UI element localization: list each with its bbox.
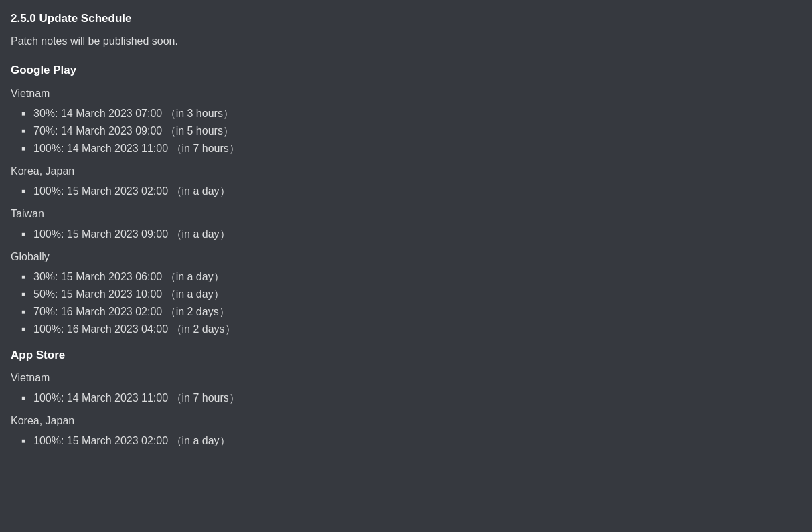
platform-title-1: App Store [11,347,801,363]
region-title-1-0: Vietnam [11,371,801,385]
platform-section-0: Google PlayVietnam30%: 14 March 2023 07:… [11,62,801,336]
schedule-item: 30%: 15 March 2023 06:00 （in a day） [11,270,801,284]
schedule-item: 70%: 16 March 2023 02:00 （in 2 days） [11,304,801,319]
schedule-item: 100%: 16 March 2023 04:00 （in 2 days） [11,322,801,337]
schedule-item: 100%: 15 March 2023 09:00 （in a day） [11,227,801,242]
schedule-list-0-1: 100%: 15 March 2023 02:00 （in a day） [11,184,801,199]
schedule-item: 70%: 14 March 2023 09:00 （in 5 hours） [11,124,801,139]
schedule-list-0-0: 30%: 14 March 2023 07:00 （in 3 hours）70%… [11,106,801,156]
region-title-0-3: Globally [11,250,801,264]
page-title: 2.5.0 Update Schedule [11,11,801,26]
region-title-0-1: Korea, Japan [11,164,801,179]
schedule-list-1-0: 100%: 14 March 2023 11:00 （in 7 hours） [11,391,801,406]
region-title-0-2: Taiwan [11,207,801,221]
patch-notes-text: Patch notes will be published soon. [11,34,801,49]
schedule-item: 100%: 14 March 2023 11:00 （in 7 hours） [11,391,801,406]
schedule-item: 100%: 15 March 2023 02:00 （in a day） [11,184,801,199]
platforms-container: Google PlayVietnam30%: 14 March 2023 07:… [11,62,801,448]
schedule-item: 50%: 15 March 2023 10:00 （in a day） [11,287,801,302]
page-container: 2.5.0 Update Schedule Patch notes will b… [11,11,801,448]
schedule-item: 100%: 15 March 2023 02:00 （in a day） [11,434,801,448]
region-title-0-0: Vietnam [11,86,801,101]
schedule-item: 30%: 14 March 2023 07:00 （in 3 hours） [11,106,801,121]
region-title-1-1: Korea, Japan [11,414,801,428]
platform-section-1: App StoreVietnam100%: 14 March 2023 11:0… [11,347,801,448]
schedule-list-0-3: 30%: 15 March 2023 06:00 （in a day）50%: … [11,270,801,337]
schedule-list-0-2: 100%: 15 March 2023 09:00 （in a day） [11,227,801,242]
schedule-list-1-1: 100%: 15 March 2023 02:00 （in a day） [11,434,801,448]
schedule-item: 100%: 14 March 2023 11:00 （in 7 hours） [11,141,801,156]
platform-title-0: Google Play [11,62,801,78]
